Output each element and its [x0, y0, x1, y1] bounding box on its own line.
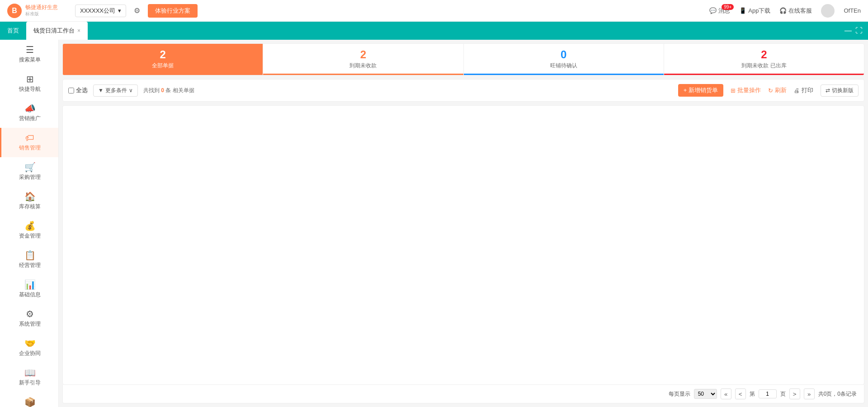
marketing-icon: 📣: [24, 104, 36, 113]
purchase-icon: 🛒: [24, 163, 36, 172]
service-icon: 🎧: [779, 7, 787, 14]
page-prefix: 第: [750, 390, 755, 398]
print-button[interactable]: 🖨 打印: [794, 86, 813, 94]
select-all-input[interactable]: [68, 88, 74, 94]
refresh-icon: ↻: [768, 87, 773, 94]
sidebar-item-quick-nav[interactable]: ⊞ 快捷导航: [0, 69, 58, 98]
sidebar-item-guide[interactable]: 📖 新手引导: [0, 363, 58, 392]
top-header: B 畅捷通好生意 标准版 XXXXXX公司 ▾ ⚙ 体验行业方案 💬 消息 99…: [0, 0, 868, 22]
sidebar-item-collab-label: 企业协同: [19, 350, 41, 357]
add-sales-order-button[interactable]: + 新增销货单: [678, 84, 723, 97]
sidebar-item-search[interactable]: ☰ 搜索菜单: [0, 40, 58, 69]
chevron-down-icon: ▾: [118, 7, 121, 14]
tab-minimize-icon[interactable]: —: [844, 27, 852, 35]
app-subtitle: 标准版: [25, 11, 58, 17]
tab-active[interactable]: 钱货日清工作台 ×: [26, 22, 88, 40]
select-all-checkbox[interactable]: 全选: [68, 86, 88, 94]
company-selector[interactable]: XXXXXX公司 ▾: [75, 5, 126, 17]
sidebar-item-finance[interactable]: 💰 资金管理: [0, 216, 58, 245]
batch-operation-button[interactable]: ⊞ 批量操作: [731, 86, 761, 94]
company-name: XXXXXX公司: [80, 7, 115, 15]
sidebar-item-guide-label: 新手引导: [19, 379, 41, 387]
message-icon: 💬: [709, 7, 717, 14]
trial-button[interactable]: 体验行业方案: [148, 4, 198, 18]
sidebar-item-basics-label: 基础信息: [19, 291, 41, 299]
page-suffix: 页: [780, 390, 786, 398]
sidebar-item-system-label: 系统管理: [19, 320, 41, 328]
logo-text: 畅捷通好生意 标准版: [25, 4, 58, 18]
first-page-button[interactable]: «: [721, 388, 731, 399]
summary-tab-pending-label: 旺铺待确认: [550, 62, 577, 70]
summary-tab-overdue[interactable]: 2 到期未收款: [263, 44, 463, 75]
sidebar-item-collab[interactable]: 🤝 企业协同: [0, 333, 58, 363]
quick-nav-icon: ⊞: [26, 75, 34, 84]
sidebar: ☰ 搜索菜单 ⊞ 快捷导航 📣 营销推广 🏷 销售管理 🛒 采购管理 🏠 库存核…: [0, 40, 59, 407]
logo-area: B 畅捷通好生意 标准版: [7, 4, 66, 18]
sidebar-item-operations-label: 经营管理: [19, 262, 41, 269]
tab-expand-icon[interactable]: ⛶: [855, 27, 863, 35]
tab-active-label: 钱货日清工作台: [33, 27, 75, 35]
main-layout: ☰ 搜索菜单 ⊞ 快捷导航 📣 营销推广 🏷 销售管理 🛒 采购管理 🏠 库存核…: [0, 40, 868, 407]
found-suffix: 条 相关单据: [165, 87, 194, 94]
sidebar-item-apps[interactable]: 📦 应用中心: [0, 392, 58, 407]
guide-icon: 📖: [24, 368, 36, 377]
current-page-input[interactable]: [759, 389, 777, 398]
message-action[interactable]: 💬 消息 99+: [709, 7, 730, 15]
sidebar-item-sales-label: 销售管理: [19, 144, 41, 152]
tab-bar: 首页 钱货日清工作台 × — ⛶: [0, 22, 868, 40]
apps-icon: 📦: [24, 398, 36, 407]
online-service-action[interactable]: 🎧 在线客服: [779, 7, 812, 15]
username: OfTEn: [844, 7, 861, 14]
summary-tab-shipped[interactable]: 2 到期未收款 已出库: [664, 44, 864, 75]
sidebar-item-sales[interactable]: 🏷 销售管理: [0, 128, 58, 157]
per-page-select[interactable]: 50 100 200: [694, 389, 717, 399]
sidebar-item-quick-nav-label: 快捷导航: [19, 85, 41, 93]
table-area: [62, 105, 864, 385]
switch-icon: ⇄: [826, 87, 830, 94]
tab-home-label: 首页: [7, 27, 19, 35]
sidebar-item-marketing-label: 营销推广: [19, 115, 41, 122]
system-icon: ⚙: [26, 309, 34, 318]
refresh-button[interactable]: ↻ 刷新: [768, 86, 787, 94]
avatar[interactable]: [821, 4, 835, 18]
prev-page-button[interactable]: <: [735, 388, 746, 399]
tab-close-icon[interactable]: ×: [77, 28, 80, 34]
sidebar-item-basics[interactable]: 📊 基础信息: [0, 275, 58, 304]
found-text: 共找到 0 条 相关单据: [143, 87, 194, 94]
summary-tab-all-label: 全部单据: [152, 62, 174, 70]
summary-tabs: 2 全部单据 2 到期未收款 0 旺铺待确认 2 到期未收款 已出库: [62, 43, 864, 75]
found-count: 0: [161, 87, 164, 94]
filter-icon: ▼: [98, 87, 104, 94]
app-download-action[interactable]: 📱 App下载: [739, 7, 770, 15]
print-label: 打印: [802, 86, 813, 94]
filter-chevron-icon: ∨: [129, 87, 133, 94]
tab-underline-shipped: [664, 74, 864, 75]
sidebar-item-operations[interactable]: 📋 经营管理: [0, 245, 58, 275]
pagination: 每页显示 50 100 200 « < 第 页 > » 共0页，0条记录: [62, 385, 864, 403]
summary-tab-all[interactable]: 2 全部单据: [63, 44, 263, 75]
next-page-button[interactable]: >: [789, 388, 800, 399]
sales-icon: 🏷: [25, 133, 34, 142]
filter-button[interactable]: ▼ 更多条件 ∨: [93, 84, 138, 97]
tab-home[interactable]: 首页: [0, 22, 26, 40]
print-icon: 🖨: [794, 87, 800, 94]
sidebar-item-marketing[interactable]: 📣 营销推广: [0, 98, 58, 128]
summary-tab-pending[interactable]: 0 旺铺待确认: [464, 44, 664, 75]
batch-label: 批量操作: [737, 86, 761, 94]
last-page-button[interactable]: »: [804, 388, 815, 399]
operations-icon: 📋: [24, 251, 36, 260]
settings-icon[interactable]: ⚙: [131, 5, 143, 17]
total-records: 共0页，0条记录: [818, 390, 857, 398]
tab-bar-right: — ⛶: [844, 27, 868, 35]
sidebar-item-purchase[interactable]: 🛒 采购管理: [0, 157, 58, 187]
sidebar-item-system[interactable]: ⚙ 系统管理: [0, 304, 58, 333]
switch-version-button[interactable]: ⇄ 切换新版: [821, 84, 859, 97]
sidebar-item-inventory[interactable]: 🏠 库存核算: [0, 187, 58, 216]
basics-icon: 📊: [24, 280, 36, 289]
search-menu-icon: ☰: [26, 45, 34, 54]
finance-icon: 💰: [24, 221, 36, 230]
download-icon: 📱: [739, 7, 746, 14]
summary-tab-overdue-label: 到期未收款: [349, 62, 377, 70]
switch-label: 切换新版: [832, 87, 854, 94]
select-all-label: 全选: [76, 86, 88, 94]
